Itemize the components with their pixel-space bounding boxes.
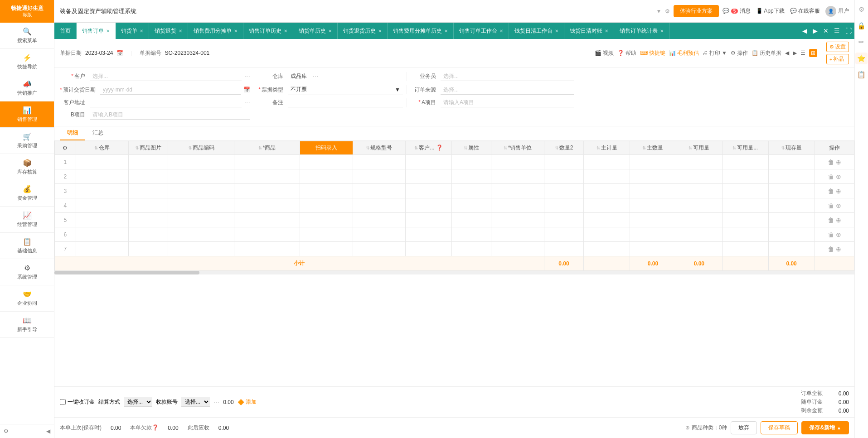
nav-tab-11[interactable]: 钱货日清对账✕ [564,23,614,39]
add-product-btn[interactable]: + 补品 [826,54,849,64]
cell-avail2-3[interactable] [722,198,768,213]
row-delete-2[interactable]: 🗑 [828,188,834,195]
nav-expand-icon[interactable]: ⛶ [843,27,854,34]
nav-tab-close-6[interactable]: ✕ [328,29,332,34]
scrollbar-track[interactable] [54,271,854,274]
customer-dots[interactable]: ··· [244,72,250,81]
cell-code-6[interactable] [168,242,234,256]
cell-warehouse-2[interactable] [76,184,128,198]
cell-stock-5[interactable] [768,227,815,242]
cell-customer-5[interactable] [406,227,452,242]
nav-tab-9[interactable]: 销售订单工作台✕ [454,23,509,39]
cell-avail-4[interactable] [676,213,722,227]
cell-img-3[interactable] [128,198,168,213]
nav-prev-arrow[interactable]: ◀ [800,27,810,34]
nav-close-icon[interactable]: ✕ [820,27,831,34]
operation-btn[interactable]: ⚙ 操作 [731,49,748,57]
cell-code-3[interactable] [168,198,234,213]
cell-img-2[interactable] [128,184,168,198]
cell-warehouse-0[interactable] [76,155,128,169]
row-copy-4[interactable]: ⊕ [836,217,841,224]
cell-stock-2[interactable] [768,184,815,198]
payment-method-select[interactable]: 选择... [124,397,152,407]
row-copy-1[interactable]: ⊕ [836,173,841,180]
cell-img-4[interactable] [128,213,168,227]
cell-unit-5[interactable] [491,227,544,242]
account-dots[interactable]: ··· [213,398,219,406]
cell-spec-3[interactable] [353,198,405,213]
nav-tab-8[interactable]: 销售费用分摊单历史✕ [388,23,454,39]
scrollbar-thumb[interactable] [54,271,199,274]
cell-qty2-0[interactable] [544,155,583,169]
staff-input[interactable] [441,72,574,81]
remark-input[interactable] [288,98,403,107]
cell-main-qty-3[interactable] [630,198,676,213]
row-delete-6[interactable]: 🗑 [828,245,834,253]
cell-unit-1[interactable] [491,169,544,184]
nav-tab-10[interactable]: 钱货日清工作台✕ [509,23,564,39]
nav-menu-icon[interactable]: ☰ [831,27,843,34]
cell-scan-0[interactable] [300,155,353,169]
cell-warehouse-6[interactable] [76,242,128,256]
a-project-input[interactable] [441,98,574,107]
cell-product-5[interactable] [234,227,300,242]
user-menu[interactable]: 👤 用户 [825,6,849,17]
cell-stock-4[interactable] [768,213,815,227]
row-copy-2[interactable]: ⊕ [836,188,841,195]
cell-code-4[interactable] [168,213,234,227]
right-panel-icon-5[interactable]: 📋 [855,69,868,81]
right-panel-icon-2[interactable]: 🔒 [855,20,868,32]
cell-attr-5[interactable] [452,227,491,242]
account-select[interactable]: 选择... [181,397,210,407]
row-delete-0[interactable]: 🗑 [828,159,834,166]
warehouse-dots[interactable]: ··· [312,72,318,81]
nav-tab-0[interactable]: 首页 [54,23,77,39]
cell-main-unit-3[interactable] [584,198,630,213]
cell-main-qty-1[interactable] [630,169,676,184]
nav-tab-close-5[interactable]: ✕ [284,29,287,34]
nav-tab-5[interactable]: 销售订单历史✕ [243,23,293,39]
customer-input[interactable] [90,72,242,81]
cell-qty2-1[interactable] [544,169,583,184]
shortcut-btn[interactable]: ⌨ 快捷键 [640,49,665,57]
nav-tab-1[interactable]: 销售订单✕ [77,23,116,39]
cell-unit-0[interactable] [491,155,544,169]
nav-prev-record[interactable]: ◀ [785,50,789,56]
cell-avail2-6[interactable] [722,242,768,256]
cell-unit-6[interactable] [491,242,544,256]
right-panel-icon-4[interactable]: ⭐ [855,53,868,64]
cell-img-6[interactable] [128,242,168,256]
cell-unit-3[interactable] [491,198,544,213]
right-panel-icon-1[interactable]: ⚙ [857,4,866,15]
sidebar-item-2[interactable]: 📣营销推广 [0,75,54,101]
nav-tab-2[interactable]: 销货单✕ [116,23,149,39]
cell-product-1[interactable] [234,169,300,184]
quick-payment-checkbox-label[interactable]: 一键收订金 [60,398,95,406]
nav-tab-3[interactable]: 销货退货✕ [149,23,188,39]
cell-product-3[interactable] [234,198,300,213]
cell-avail2-1[interactable] [722,169,768,184]
tab-summary[interactable]: 汇总 [85,126,111,140]
cell-main-unit-4[interactable] [584,213,630,227]
nav-tab-close-7[interactable]: ✕ [378,29,382,34]
order-source-input[interactable] [441,85,574,95]
nav-tab-close-9[interactable]: ✕ [499,29,503,34]
sidebar-item-6[interactable]: 💰资金管理 [0,180,54,207]
cell-main-qty-6[interactable] [630,242,676,256]
cell-main-unit-6[interactable] [584,242,630,256]
cell-avail-1[interactable] [676,169,722,184]
cell-warehouse-4[interactable] [76,213,128,227]
add-payment-btn[interactable]: 🔶 添加 [238,398,257,406]
cell-attr-2[interactable] [452,184,491,198]
cell-code-5[interactable] [168,227,234,242]
cell-scan-3[interactable] [300,198,353,213]
cell-img-5[interactable] [128,227,168,242]
cell-avail-2[interactable] [676,184,722,198]
cell-scan-2[interactable] [300,184,353,198]
cell-customer-4[interactable] [406,213,452,227]
view-toggle-list[interactable]: ☰ [800,50,805,56]
cell-warehouse-3[interactable] [76,198,128,213]
cell-unit-4[interactable] [491,213,544,227]
nav-tab-close-2[interactable]: ✕ [140,29,143,34]
cell-main-unit-2[interactable] [584,184,630,198]
